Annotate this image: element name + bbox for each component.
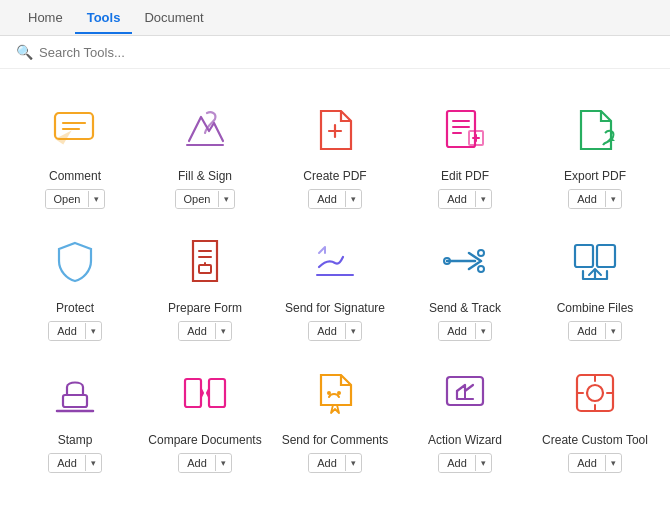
tool-btn-group-action-wizard: Add ▾ (438, 453, 492, 473)
send-signature-icon (303, 229, 367, 293)
fill-sign-icon (173, 97, 237, 161)
svg-point-28 (337, 391, 341, 395)
nav-home[interactable]: Home (16, 2, 75, 33)
tool-action-btn-prepare-form[interactable]: Add (179, 322, 215, 340)
tools-grid: Comment Open ▾ Fill & Sign Open ▾ Create… (0, 69, 670, 497)
tool-dropdown-btn-send-comments[interactable]: ▾ (345, 455, 361, 471)
tool-btn-group-fill-sign: Open ▾ (175, 189, 236, 209)
tool-dropdown-btn-action-wizard[interactable]: ▾ (475, 455, 491, 471)
tool-name-create-custom: Create Custom Tool (542, 433, 648, 447)
tool-dropdown-btn-protect[interactable]: ▾ (85, 323, 101, 339)
tool-name-send-comments: Send for Comments (282, 433, 389, 447)
svg-point-18 (478, 266, 484, 272)
tool-dropdown-btn-export-pdf[interactable]: ▾ (605, 191, 621, 207)
svg-point-17 (478, 250, 484, 256)
export-pdf-icon (563, 97, 627, 161)
svg-rect-25 (185, 379, 201, 407)
tool-action-btn-protect[interactable]: Add (49, 322, 85, 340)
nav-document[interactable]: Document (132, 2, 215, 33)
tool-action-btn-stamp[interactable]: Add (49, 454, 85, 472)
svg-rect-26 (209, 379, 225, 407)
search-bar: 🔍 (0, 36, 670, 69)
tool-item-send-signature: Send for Signature Add ▾ (270, 217, 400, 349)
tool-item-edit-pdf: Edit PDF Add ▾ (400, 85, 530, 217)
tool-btn-group-comment: Open ▾ (45, 189, 106, 209)
tool-name-comment: Comment (49, 169, 101, 183)
tool-item-stamp: Stamp Add ▾ (10, 349, 140, 481)
search-icon: 🔍 (16, 44, 33, 60)
tool-name-send-track: Send & Track (429, 301, 501, 315)
tool-action-btn-export-pdf[interactable]: Add (569, 190, 605, 208)
tool-dropdown-btn-fill-sign[interactable]: ▾ (218, 191, 234, 207)
tool-item-create-custom: Create Custom Tool Add ▾ (530, 349, 660, 481)
tool-action-btn-comment[interactable]: Open (46, 190, 89, 208)
tool-item-prepare-form: Prepare Form Add ▾ (140, 217, 270, 349)
create-pdf-icon (303, 97, 367, 161)
tool-dropdown-btn-compare[interactable]: ▾ (215, 455, 231, 471)
svg-rect-21 (597, 245, 615, 267)
tool-btn-group-send-signature: Add ▾ (308, 321, 362, 341)
svg-rect-13 (199, 265, 211, 273)
tool-name-create-pdf: Create PDF (303, 169, 366, 183)
tool-item-send-track: Send & Track Add ▾ (400, 217, 530, 349)
combine-icon (563, 229, 627, 293)
tool-name-prepare-form: Prepare Form (168, 301, 242, 315)
compare-icon (173, 361, 237, 425)
tool-action-btn-send-track[interactable]: Add (439, 322, 475, 340)
tool-action-btn-send-signature[interactable]: Add (309, 322, 345, 340)
tool-action-btn-send-comments[interactable]: Add (309, 454, 345, 472)
tool-btn-group-create-custom: Add ▾ (568, 453, 622, 473)
tool-item-comment: Comment Open ▾ (10, 85, 140, 217)
tool-btn-group-export-pdf: Add ▾ (568, 189, 622, 209)
stamp-icon (43, 361, 107, 425)
tool-name-send-signature: Send for Signature (285, 301, 385, 315)
comment-icon (43, 97, 107, 161)
tool-dropdown-btn-create-pdf[interactable]: ▾ (345, 191, 361, 207)
tool-btn-group-create-pdf: Add ▾ (308, 189, 362, 209)
svg-point-27 (327, 391, 331, 395)
tool-action-btn-fill-sign[interactable]: Open (176, 190, 219, 208)
tool-btn-group-send-track: Add ▾ (438, 321, 492, 341)
edit-pdf-icon (433, 97, 497, 161)
tool-btn-group-combine: Add ▾ (568, 321, 622, 341)
tool-action-btn-create-custom[interactable]: Add (569, 454, 605, 472)
tool-item-protect: Protect Add ▾ (10, 217, 140, 349)
tool-dropdown-btn-send-signature[interactable]: ▾ (345, 323, 361, 339)
tool-dropdown-btn-prepare-form[interactable]: ▾ (215, 323, 231, 339)
svg-rect-0 (55, 113, 93, 139)
tool-action-btn-action-wizard[interactable]: Add (439, 454, 475, 472)
tool-btn-group-prepare-form: Add ▾ (178, 321, 232, 341)
action-wizard-icon (433, 361, 497, 425)
svg-rect-4 (447, 111, 475, 147)
tool-name-fill-sign: Fill & Sign (178, 169, 232, 183)
top-nav: Home Tools Document (0, 0, 670, 36)
search-input[interactable] (39, 45, 654, 60)
tool-dropdown-btn-combine[interactable]: ▾ (605, 323, 621, 339)
protect-icon (43, 229, 107, 293)
send-comments-icon (303, 361, 367, 425)
tool-dropdown-btn-send-track[interactable]: ▾ (475, 323, 491, 339)
send-track-icon (433, 229, 497, 293)
tool-action-btn-edit-pdf[interactable]: Add (439, 190, 475, 208)
tool-action-btn-create-pdf[interactable]: Add (309, 190, 345, 208)
create-custom-icon (563, 361, 627, 425)
tool-action-btn-combine[interactable]: Add (569, 322, 605, 340)
tool-name-combine: Combine Files (557, 301, 634, 315)
tool-item-combine: Combine Files Add ▾ (530, 217, 660, 349)
tool-btn-group-protect: Add ▾ (48, 321, 102, 341)
tool-dropdown-btn-create-custom[interactable]: ▾ (605, 455, 621, 471)
tool-action-btn-compare[interactable]: Add (179, 454, 215, 472)
tool-name-stamp: Stamp (58, 433, 93, 447)
tool-dropdown-btn-edit-pdf[interactable]: ▾ (475, 191, 491, 207)
tool-dropdown-btn-stamp[interactable]: ▾ (85, 455, 101, 471)
svg-rect-20 (575, 245, 593, 267)
tool-item-create-pdf: Create PDF Add ▾ (270, 85, 400, 217)
nav-tools[interactable]: Tools (75, 2, 133, 33)
tool-name-edit-pdf: Edit PDF (441, 169, 489, 183)
tool-item-action-wizard: Action Wizard Add ▾ (400, 349, 530, 481)
tool-btn-group-send-comments: Add ▾ (308, 453, 362, 473)
tool-name-compare: Compare Documents (148, 433, 261, 447)
tool-dropdown-btn-comment[interactable]: ▾ (88, 191, 104, 207)
svg-point-31 (587, 385, 603, 401)
tool-name-export-pdf: Export PDF (564, 169, 626, 183)
